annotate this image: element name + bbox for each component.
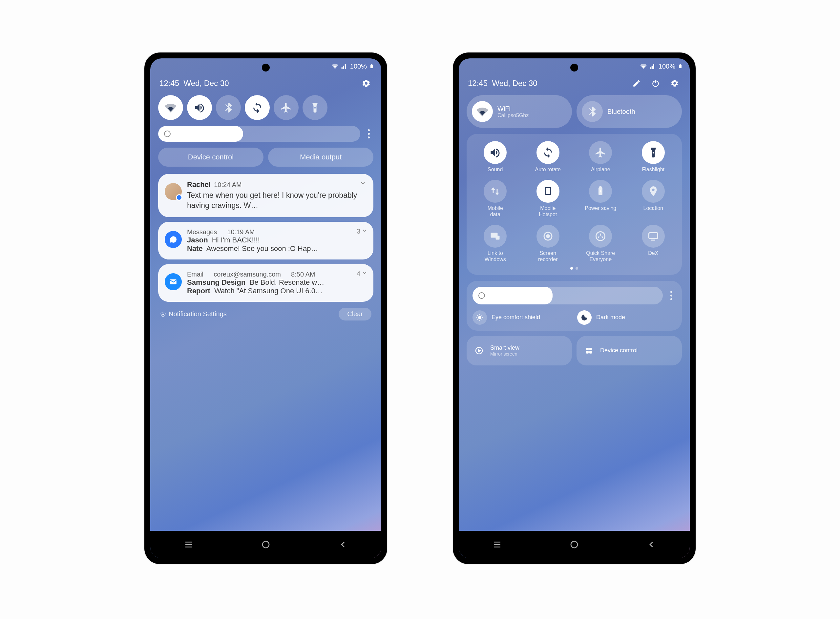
sound-toggle[interactable] — [187, 95, 212, 120]
notif-time: 8:50 AM — [291, 271, 315, 278]
airplane-toggle[interactable] — [274, 95, 299, 120]
recents-button[interactable] — [478, 536, 517, 553]
bluetooth-toggle[interactable] — [216, 95, 241, 120]
qs-tile-sound[interactable]: Sound — [470, 141, 520, 172]
dark-mode-icon — [577, 310, 591, 325]
settings-button[interactable] — [669, 78, 681, 89]
battery-status-icon — [370, 63, 374, 70]
power-button[interactable] — [650, 78, 662, 89]
qs-tile-label: Flashlight — [642, 167, 665, 172]
qs-tile-dex[interactable]: DeX — [629, 225, 678, 262]
battery-status-icon — [678, 63, 683, 70]
screen-left: 100% 12:45 Wed, Dec 30 — [150, 58, 381, 558]
qs-tile-label: Location — [644, 205, 663, 211]
bottom-shortcuts: Smart view Mirror screen Device control — [459, 336, 690, 365]
location-icon — [642, 180, 665, 203]
chevron-down-icon[interactable] — [362, 270, 367, 277]
bluetooth-tile[interactable]: Bluetooth — [576, 95, 682, 128]
wifi-toggle[interactable] — [158, 95, 183, 120]
brightness-more-button[interactable] — [364, 129, 373, 138]
svg-rect-12 — [547, 189, 549, 193]
svg-rect-16 — [496, 236, 500, 240]
mobiledata-icon — [484, 180, 507, 203]
shortcut-pills: Device control Media output — [150, 148, 381, 174]
connectivity-row: WiFi Callipso5Ghz Bluetooth — [459, 95, 690, 134]
svg-rect-9 — [680, 64, 681, 65]
svg-point-3 — [162, 313, 164, 315]
settings-button[interactable] — [360, 78, 372, 89]
navigation-bar — [459, 531, 690, 558]
svg-rect-27 — [586, 348, 588, 350]
notif-time: 10:19 AM — [227, 228, 255, 236]
autorotate-icon — [536, 141, 560, 164]
quickshare-icon — [589, 225, 612, 248]
app-name: Messages — [187, 228, 217, 236]
eye-comfort-label: Eye comfort shield — [491, 314, 540, 321]
brightness-slider[interactable] — [473, 287, 663, 304]
back-button[interactable] — [323, 536, 362, 553]
qs-tile-location[interactable]: Location — [629, 180, 678, 217]
svg-point-7 — [262, 541, 269, 548]
qs-tile-hotspot[interactable]: MobileHotspot — [523, 180, 573, 217]
sender-name: Samsung Design — [187, 278, 246, 286]
qs-tile-label: Sound — [488, 167, 503, 172]
clear-button[interactable]: Clear — [338, 308, 371, 320]
smart-view-title: Smart view — [490, 344, 520, 351]
notification-settings-link[interactable]: Notification Settings — [160, 310, 227, 318]
svg-point-34 — [571, 541, 578, 548]
qs-tile-label: Quick ShareEveryone — [586, 250, 615, 262]
edit-button[interactable] — [631, 78, 642, 89]
eye-comfort-toggle[interactable]: Eye comfort shield — [473, 310, 571, 325]
dark-mode-toggle[interactable]: Dark mode — [577, 310, 676, 325]
qs-tile-powersaving[interactable]: Power saving — [576, 180, 625, 217]
airplane-icon — [589, 141, 612, 164]
notif-body: Text me when you get here! I know you're… — [187, 190, 367, 211]
qs-tile-mobiledata[interactable]: Mobiledata — [470, 180, 520, 217]
svg-rect-28 — [589, 348, 592, 350]
battery-percent: 100% — [659, 63, 675, 70]
qs-tile-flashlight[interactable]: Flashlight — [629, 141, 678, 172]
qs-tile-airplane[interactable]: Airplane — [576, 141, 625, 172]
autorotate-toggle[interactable] — [245, 95, 270, 120]
notification-card[interactable]: Email coreux@samsung.com 8:50 AM Samsung… — [158, 264, 373, 302]
date-text: Wed, Dec 30 — [492, 79, 537, 88]
device-control-title: Device control — [600, 347, 638, 354]
brightness-slider[interactable] — [158, 126, 360, 142]
device-control-tile[interactable]: Device control — [576, 336, 682, 365]
flashlight-icon — [642, 141, 665, 164]
sender-name: Report — [187, 287, 210, 295]
page-indicator[interactable] — [470, 267, 678, 270]
powersaving-icon — [589, 180, 612, 203]
svg-rect-30 — [589, 351, 592, 354]
chevron-down-icon[interactable] — [359, 180, 366, 188]
app-badge-icon — [176, 194, 183, 201]
email-app-icon — [165, 273, 182, 290]
qs-tile-autorotate[interactable]: Auto rotate — [523, 141, 573, 172]
qs-tile-screenrecorder[interactable]: Screenrecorder — [523, 225, 573, 262]
media-output-pill[interactable]: Media output — [268, 148, 373, 167]
messages-app-icon — [165, 231, 182, 248]
recents-button[interactable] — [169, 536, 208, 553]
notification-card[interactable]: Rachel10:24 AM Text me when you get here… — [158, 174, 373, 217]
brightness-more-button[interactable] — [667, 291, 676, 300]
flashlight-toggle[interactable] — [302, 95, 328, 120]
brightness-sun-icon — [164, 130, 171, 137]
qs-tile-label: Airplane — [591, 167, 610, 172]
time-date: 12:45 Wed, Dec 30 — [159, 79, 229, 88]
notification-card[interactable]: Messages 10:19 AM Jason Hi I'm BACK!!!! … — [158, 222, 373, 259]
qs-tile-quickshare[interactable]: Quick ShareEveryone — [576, 225, 625, 262]
camera-cutout — [570, 64, 578, 72]
qs-tile-linktowindows[interactable]: Link toWindows — [470, 225, 520, 262]
wifi-icon — [472, 101, 493, 122]
home-button[interactable] — [554, 536, 594, 553]
qs-tile-label: Auto rotate — [535, 167, 561, 172]
home-button[interactable] — [246, 536, 286, 553]
chevron-down-icon[interactable] — [362, 228, 367, 235]
smart-view-tile[interactable]: Smart view Mirror screen — [467, 336, 572, 365]
wifi-tile[interactable]: WiFi Callipso5Ghz — [467, 95, 572, 128]
device-control-pill[interactable]: Device control — [158, 148, 264, 167]
signal-status-icon — [649, 63, 656, 70]
svg-rect-23 — [649, 233, 657, 239]
back-button[interactable] — [632, 536, 671, 553]
avatar — [165, 183, 182, 200]
